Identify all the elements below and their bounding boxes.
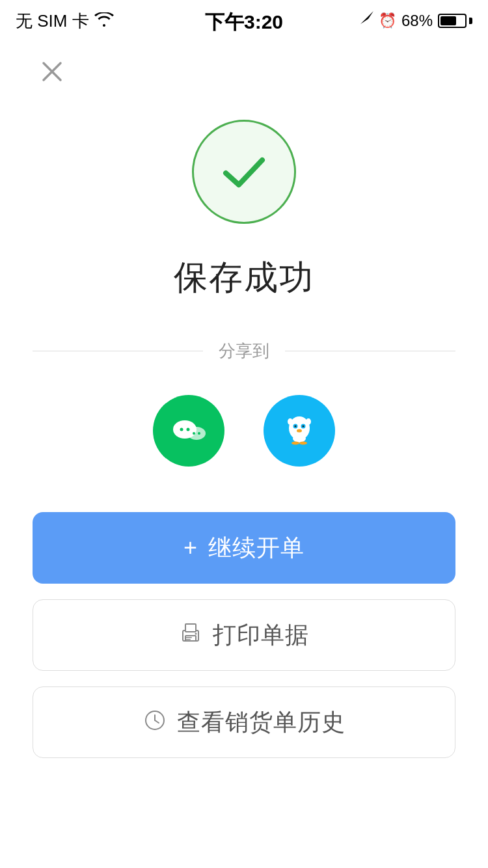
svg-point-17 [299, 442, 307, 445]
svg-point-14 [297, 429, 302, 433]
status-time: 下午3:20 [205, 9, 283, 36]
svg-point-12 [295, 426, 297, 427]
wechat-share-button[interactable] [153, 395, 224, 467]
status-right: ⏰ 68% [360, 11, 472, 31]
svg-point-5 [180, 428, 183, 431]
divider-left [33, 351, 203, 351]
svg-point-8 [198, 432, 200, 435]
close-button[interactable] [33, 52, 72, 91]
clock-icon [143, 709, 167, 736]
divider-right [285, 351, 455, 351]
svg-marker-0 [360, 11, 373, 24]
svg-rect-22 [185, 636, 196, 641]
svg-point-7 [193, 432, 195, 435]
battery-icon [438, 14, 472, 28]
carrier-label: 无 SIM 卡 [16, 10, 89, 33]
svg-point-19 [306, 418, 311, 425]
svg-point-4 [187, 427, 206, 440]
checkmark-icon [218, 146, 270, 198]
status-bar: 无 SIM 卡 下午3:20 ⏰ 68% [0, 0, 488, 42]
svg-rect-24 [185, 639, 191, 640]
svg-point-16 [291, 442, 299, 445]
svg-point-15 [293, 435, 306, 442]
battery-percent: 68% [401, 12, 433, 30]
share-label: 分享到 [219, 340, 269, 362]
main-content: 保存成功 分享到 [0, 42, 488, 868]
printer-icon [179, 621, 202, 649]
alarm-icon: ⏰ [379, 12, 396, 29]
print-receipt-label: 打印单据 [213, 619, 309, 651]
svg-point-6 [187, 428, 190, 431]
svg-point-18 [288, 418, 293, 425]
close-icon [40, 59, 64, 84]
continue-order-button[interactable]: + 继续开单 [33, 512, 455, 584]
location-icon [360, 11, 373, 31]
svg-point-25 [195, 633, 197, 635]
success-circle [192, 120, 296, 224]
svg-rect-21 [185, 624, 196, 632]
print-receipt-button[interactable]: 打印单据 [33, 599, 455, 671]
wechat-icon [168, 410, 210, 452]
status-left: 无 SIM 卡 [16, 10, 114, 33]
action-buttons: + 继续开单 打印单据 [33, 512, 455, 758]
success-title: 保存成功 [174, 255, 314, 301]
svg-line-28 [155, 720, 159, 723]
share-divider: 分享到 [33, 340, 455, 362]
wifi-icon [94, 11, 114, 31]
share-icons [153, 395, 335, 467]
continue-order-label: 继续开单 [208, 532, 305, 564]
qq-share-button[interactable] [264, 395, 335, 467]
qq-icon [278, 410, 320, 452]
svg-point-13 [303, 426, 305, 427]
svg-rect-23 [185, 637, 192, 638]
plus-icon: + [183, 536, 198, 560]
view-history-button[interactable]: 查看销货单历史 [33, 686, 455, 758]
view-history-label: 查看销货单历史 [177, 707, 346, 739]
